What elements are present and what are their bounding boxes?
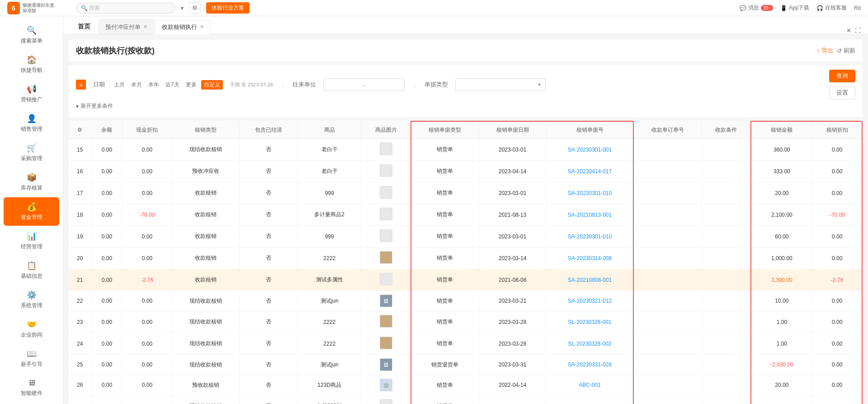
cell-verify_type: 收款核销 xyxy=(172,226,239,247)
industry-button[interactable]: 休验行业方案 xyxy=(206,2,250,14)
cell-cash_discount: 0.00 xyxy=(123,395,172,404)
close-window-icon[interactable]: ✕ xyxy=(846,27,851,34)
cell-cash_discount: 0.00 xyxy=(123,291,172,311)
dropdown-btn[interactable]: ▾ xyxy=(181,5,184,11)
cell-verify_bill_no[interactable]: ABC-001 xyxy=(546,375,633,395)
cell-verify_amount: 100.00 xyxy=(751,395,812,404)
cell-verify_discount: -70.00 xyxy=(812,204,862,226)
notification-btn[interactable]: 💬 消息 99+ xyxy=(740,4,773,12)
expand-icon[interactable]: ⛶ xyxy=(855,27,861,34)
cell-receipt_condition xyxy=(701,161,751,182)
settings-icon[interactable]: ⚙ xyxy=(189,2,201,14)
cell-verify_bill_no[interactable]: SA-20210808-001 xyxy=(546,269,633,291)
cell-verify_bill_no[interactable]: SL-20230328-002 xyxy=(546,333,633,355)
sidebar-item-operations[interactable]: 📊经营管理 xyxy=(4,227,59,255)
page-title: 收款核销执行(按收款) xyxy=(76,45,155,56)
last-7-days-btn[interactable]: 近7天 xyxy=(164,80,181,90)
cell-balance: 0.00 xyxy=(91,226,123,247)
more-btn[interactable]: 更多 xyxy=(184,80,198,90)
tab-receipt-verify[interactable]: 收款核销执行 ✕ xyxy=(155,20,211,34)
date-range: 不限 至 2023-07-26 xyxy=(230,81,273,88)
tab-close-1[interactable]: ✕ xyxy=(143,24,147,30)
sidebar-item-sales[interactable]: 👤销售管理 xyxy=(4,109,59,138)
cell-no: 18 xyxy=(69,204,91,226)
cell-verify_bill_no[interactable]: SL-20230408-001 xyxy=(546,395,633,404)
cell-verify_type: 预收款核销 xyxy=(172,375,239,395)
sidebar: 🔍搜索菜单🏠快捷导航📢营销推广👤销售管理🛒采购管理📦库存核算💰资金管理📊经营管理… xyxy=(0,16,63,404)
query-button[interactable]: 查询 xyxy=(829,70,855,82)
cell-verify_bill_no[interactable]: SA-20230321-012 xyxy=(546,291,633,311)
sidebar-item-inventory[interactable]: 📦库存核算 xyxy=(4,168,59,196)
cell-no: 16 xyxy=(69,161,91,182)
sidebar-item-finance[interactable]: 💰资金管理 xyxy=(4,197,59,226)
col-header-goods: 商品 xyxy=(298,121,361,139)
tab-bar-right: ✕ ⛶ xyxy=(846,27,861,34)
cell-receipt_condition xyxy=(701,182,751,204)
cell-goods: 测试多属性 xyxy=(298,269,361,291)
from-unit-input[interactable]: ... xyxy=(323,78,405,91)
sidebar-item-marketing[interactable]: 📢营销推广 xyxy=(4,80,59,108)
cell-verify_bill_no[interactable]: SA-20210813-001 xyxy=(546,204,633,226)
cell-verify_bill_no[interactable]: SA-20230314-008 xyxy=(546,247,633,269)
cell-verify_bill_no[interactable]: SA-20230414-017 xyxy=(546,161,633,182)
app-download-btn[interactable]: 📱 App下载 xyxy=(780,4,809,12)
sidebar-item-guide[interactable]: 📖新手引导 xyxy=(4,344,59,373)
col-header-receipt_condition: 收款条件 xyxy=(701,121,751,139)
table-row: 190.000.00收款核销否999销货单2023-03-01SA-202303… xyxy=(69,226,862,247)
system-icon: ⚙️ xyxy=(27,290,37,300)
cell-include_settled: 否 xyxy=(239,269,297,291)
custom-btn[interactable]: 自定义 xyxy=(201,80,223,90)
cell-verify_discount: 0.00 xyxy=(812,182,862,204)
cell-verify_bill_type: 销货单 xyxy=(411,269,479,291)
cell-verify_bill_date: 2023-04-08 xyxy=(479,395,546,404)
cell-include_settled: 否 xyxy=(239,226,297,247)
tab-home[interactable]: 首页 xyxy=(71,19,98,34)
sidebar-item-system[interactable]: ⚙️系统管理 xyxy=(4,285,59,314)
sidebar-item-hardware[interactable]: 🖥智能硬件 xyxy=(4,374,59,402)
cell-goods_image xyxy=(361,333,411,355)
cell-receipt_condition xyxy=(701,226,751,247)
export-button[interactable]: ↑ 导出 xyxy=(817,47,834,55)
cell-verify_bill_no[interactable]: SA-20230301-001 xyxy=(546,139,633,161)
last-month-btn[interactable]: 上月 xyxy=(112,80,127,90)
cell-verify_discount: 0.00 xyxy=(812,291,862,311)
product-image xyxy=(380,164,392,177)
tab-prepayment[interactable]: 预付冲应付单 ✕ xyxy=(99,19,154,34)
tab-close-2[interactable]: ✕ xyxy=(200,24,204,30)
cell-verify_type: 预收冲应收 xyxy=(172,161,239,182)
cell-receipt_order_no xyxy=(633,333,701,355)
cell-balance: 0.00 xyxy=(91,204,123,226)
user-name[interactable]: Rit xyxy=(854,5,861,11)
cell-verify_bill_no[interactable]: SL-20230328-001 xyxy=(546,311,633,333)
cell-verify_bill_no[interactable]: SA-20230301-010 xyxy=(546,182,633,204)
sidebar-item-cooperation[interactable]: 🤝企业协同 xyxy=(4,315,59,343)
this-year-btn[interactable]: 本年 xyxy=(146,80,161,90)
expand-more-btn[interactable]: ▾ 展开更多条件 xyxy=(76,100,855,113)
sidebar-item-quick-nav[interactable]: 🏠快捷导航 xyxy=(4,50,59,79)
search-menu-icon: 🔍 xyxy=(27,25,37,35)
cell-verify_type: 收款核销 xyxy=(172,182,239,204)
online-service-btn[interactable]: 🎧 在线客服 xyxy=(816,4,847,12)
sidebar-item-basic-info[interactable]: 📋基础信息 xyxy=(4,256,59,285)
refresh-button[interactable]: ↺ 刷新 xyxy=(837,47,855,55)
table-header: ⚙余额现金折扣核销类型包含已结清商品商品图片核销单据类型核销单据日期核销单据号收… xyxy=(69,121,862,139)
cell-goods_image xyxy=(361,247,411,269)
voucher-type-select[interactable]: ▾ xyxy=(455,78,546,91)
setting-button[interactable]: 设置 xyxy=(829,86,855,100)
cell-verify_discount: 0.00 xyxy=(812,395,862,404)
cell-verify_type: 现结收款核销 xyxy=(172,333,239,355)
cell-receipt_order_no xyxy=(633,182,701,204)
cell-goods: 测试jun xyxy=(298,355,361,375)
operations-icon: 📊 xyxy=(27,231,37,241)
cell-cash_discount: 0.00 xyxy=(123,182,172,204)
cell-goods: 2222 xyxy=(298,247,361,269)
sidebar-item-purchase[interactable]: 🛒采购管理 xyxy=(4,138,59,167)
search-bar[interactable]: 🔍 搜索 xyxy=(76,3,175,14)
cell-verify_bill_no[interactable]: SA-20230301-010 xyxy=(546,226,633,247)
cell-receipt_condition xyxy=(701,311,751,333)
cell-verify_bill_no[interactable]: SA-20230331-026 xyxy=(546,355,633,375)
sidebar-item-search-menu[interactable]: 🔍搜索菜单 xyxy=(4,21,59,49)
chevron-down-icon: ▾ xyxy=(538,81,541,88)
this-month-btn[interactable]: 本月 xyxy=(129,80,144,90)
expand-btn[interactable]: » xyxy=(76,80,86,90)
